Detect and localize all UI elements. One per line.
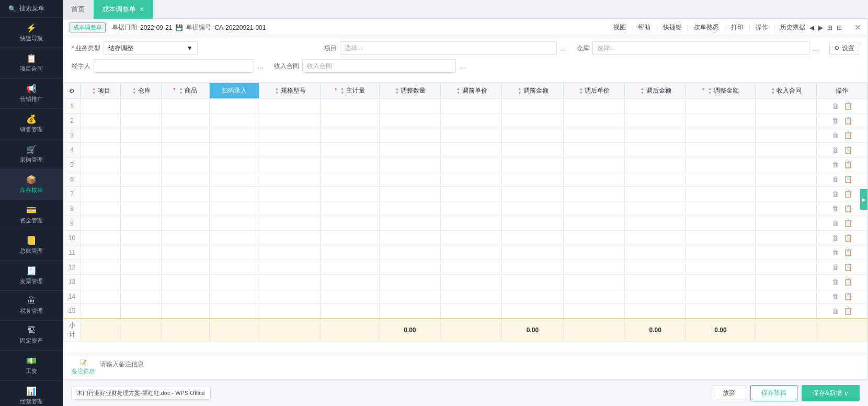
row-delete-btn[interactable]: 🗑	[830, 307, 840, 315]
table-cell[interactable]	[563, 304, 624, 319]
table-cell[interactable]	[161, 114, 209, 128]
table-cell[interactable]	[209, 172, 259, 187]
row-delete-btn[interactable]: 🗑	[830, 145, 840, 154]
row-copy-btn[interactable]: 📋	[842, 116, 854, 125]
window-close-button[interactable]: ✕	[854, 22, 861, 32]
sidebar-item-fixed-assets[interactable]: 🏗 固定资产	[0, 321, 63, 351]
table-cell[interactable]	[755, 114, 816, 128]
row-copy-btn[interactable]: 📋	[842, 175, 854, 184]
row-delete-btn[interactable]: 🗑	[830, 131, 840, 140]
table-cell[interactable]	[624, 172, 686, 187]
table-cell[interactable]	[624, 289, 686, 304]
table-cell[interactable]	[121, 172, 161, 187]
table-cell[interactable]	[209, 143, 259, 157]
discard-button[interactable]: 放弃	[712, 385, 746, 401]
table-cell[interactable]	[259, 187, 320, 201]
table-cell[interactable]	[209, 157, 259, 172]
right-edge-expand-btn[interactable]: ▶	[860, 189, 867, 210]
table-cell[interactable]	[379, 245, 440, 260]
table-cell[interactable]	[440, 231, 501, 245]
table-cell[interactable]	[81, 260, 121, 275]
table-cell[interactable]	[161, 275, 209, 289]
table-cell[interactable]	[321, 260, 379, 275]
table-cell[interactable]	[379, 201, 440, 216]
table-cell[interactable]	[755, 304, 816, 319]
table-cell[interactable]	[440, 201, 501, 216]
operations-btn[interactable]: 操作	[756, 23, 768, 32]
table-cell[interactable]	[259, 201, 320, 216]
row-copy-btn[interactable]: 📋	[842, 307, 854, 315]
table-cell[interactable]	[379, 157, 440, 172]
table-cell[interactable]	[563, 275, 624, 289]
table-cell[interactable]	[161, 128, 209, 143]
table-cell[interactable]	[259, 289, 320, 304]
table-cell[interactable]	[81, 304, 121, 319]
table-cell[interactable]	[440, 187, 501, 201]
row-copy-btn[interactable]: 📋	[842, 233, 854, 242]
table-cell[interactable]	[686, 157, 755, 172]
table-cell[interactable]	[379, 143, 440, 157]
table-cell[interactable]	[624, 201, 686, 216]
save-draft-button[interactable]: 保存草稿	[750, 385, 797, 401]
row-copy-btn[interactable]: 📋	[842, 248, 854, 257]
tab-close-icon[interactable]: ✕	[139, 6, 144, 13]
handler-input[interactable]	[94, 59, 254, 73]
sidebar-item-payroll[interactable]: 💵 工资	[0, 351, 63, 381]
table-cell[interactable]	[161, 157, 209, 172]
business-type-select[interactable]: 结存调整 ▼	[104, 41, 198, 55]
table-cell[interactable]	[563, 231, 624, 245]
row-delete-btn[interactable]: 🗑	[830, 116, 840, 125]
notes-icon[interactable]: 📝 备注信息	[72, 358, 95, 375]
row-copy-btn[interactable]: 📋	[842, 219, 854, 228]
table-cell[interactable]	[321, 201, 379, 216]
table-cell[interactable]	[563, 187, 624, 201]
row-copy-btn[interactable]: 📋	[842, 292, 854, 301]
table-cell[interactable]	[321, 304, 379, 319]
table-cell[interactable]	[321, 275, 379, 289]
table-cell[interactable]	[440, 275, 501, 289]
table-cell[interactable]	[686, 172, 755, 187]
table-cell[interactable]	[502, 304, 563, 319]
table-cell[interactable]	[321, 114, 379, 128]
table-cell[interactable]	[259, 231, 320, 245]
row-delete-btn[interactable]: 🗑	[830, 233, 840, 242]
table-cell[interactable]	[121, 231, 161, 245]
table-cell[interactable]	[624, 99, 686, 114]
table-cell[interactable]	[624, 157, 686, 172]
table-cell[interactable]	[121, 275, 161, 289]
table-cell[interactable]	[755, 275, 816, 289]
table-cell[interactable]	[121, 201, 161, 216]
table-cell[interactable]	[440, 157, 501, 172]
sidebar-item-ledger-mgmt[interactable]: 📒 总账管理	[0, 230, 63, 261]
project-more-btn[interactable]: ...	[560, 44, 566, 52]
row-copy-btn[interactable]: 📋	[842, 277, 854, 286]
sidebar-search[interactable]: 🔍 搜索菜单	[0, 0, 63, 18]
table-cell[interactable]	[686, 216, 755, 231]
table-cell[interactable]	[121, 157, 161, 172]
row-delete-btn[interactable]: 🗑	[830, 292, 840, 301]
table-cell[interactable]	[81, 187, 121, 201]
sidebar-item-sales-promo[interactable]: 📢 营销推广	[0, 78, 63, 109]
table-cell[interactable]	[379, 187, 440, 201]
shortcut-btn[interactable]: 快捷键	[663, 23, 682, 32]
table-cell[interactable]	[321, 245, 379, 260]
table-cell[interactable]	[121, 99, 161, 114]
table-cell[interactable]	[321, 231, 379, 245]
table-cell[interactable]	[440, 172, 501, 187]
table-cell[interactable]	[502, 172, 563, 187]
table-cell[interactable]	[81, 201, 121, 216]
table-cell[interactable]	[209, 201, 259, 216]
table-cell[interactable]	[121, 304, 161, 319]
sidebar-item-quick-nav[interactable]: ⚡ 快速导航	[0, 18, 63, 48]
table-cell[interactable]	[755, 99, 816, 114]
nav-next-btn[interactable]: ▶	[818, 24, 823, 31]
table-cell[interactable]	[121, 114, 161, 128]
row-delete-btn[interactable]: 🗑	[830, 277, 840, 286]
table-cell[interactable]	[563, 245, 624, 260]
table-cell[interactable]	[81, 172, 121, 187]
table-cell[interactable]	[686, 128, 755, 143]
table-cell[interactable]	[161, 143, 209, 157]
table-cell[interactable]	[686, 187, 755, 201]
table-cell[interactable]	[624, 128, 686, 143]
table-cell[interactable]	[81, 157, 121, 172]
